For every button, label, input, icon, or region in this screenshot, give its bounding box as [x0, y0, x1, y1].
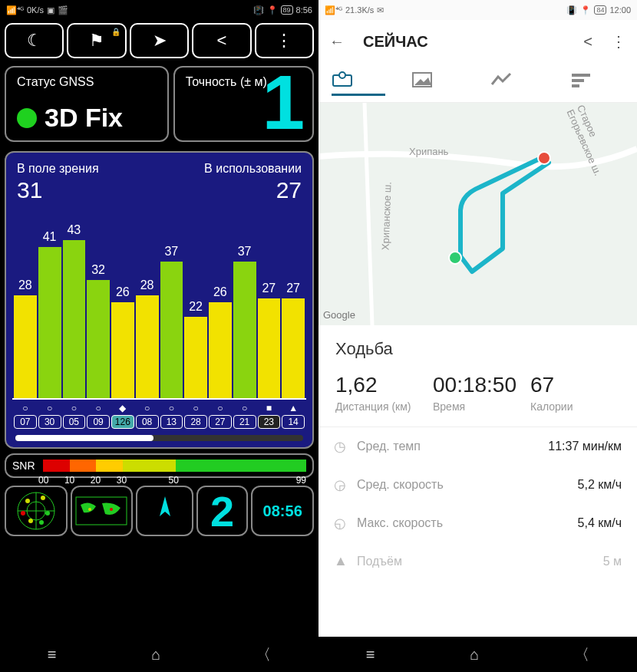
home-icon[interactable]: ⌂	[151, 646, 160, 664]
route-map[interactable]: Хрипань Хрипанское ш. Старое Егорьевское…	[318, 103, 637, 325]
stat-calories: 67 Калории	[530, 373, 620, 413]
svg-rect-19	[572, 79, 584, 82]
snr-tick: 30	[117, 475, 169, 486]
app-header: ← СЕЙЧАС < ⋮	[318, 20, 637, 63]
home-icon[interactable]: ⌂	[470, 646, 479, 664]
time-value: 00:18:50	[433, 373, 523, 397]
nav-arrow-button[interactable]: ➤	[130, 23, 189, 58]
clock-value: 08:56	[263, 502, 302, 520]
time-label: Время	[433, 400, 523, 413]
sat-count-button[interactable]: 2	[196, 486, 249, 536]
snr-ticks: 001020305099	[38, 475, 306, 486]
toolbar: ☾ ⚑🔒 ➤ < ⋮	[0, 20, 318, 61]
elevation-label: Подъём	[357, 555, 603, 568]
back-icon[interactable]: 〈	[574, 644, 589, 665]
snr-bar: 27	[258, 298, 281, 398]
svg-point-11	[88, 508, 91, 511]
recent-apps-icon[interactable]: ≡	[48, 646, 57, 664]
snr-tick: 99	[296, 475, 306, 486]
snr-gradient-bar	[43, 460, 306, 472]
vibrate-icon: 📳	[566, 5, 577, 15]
menu-button[interactable]: ⋮	[255, 23, 314, 58]
image-icon	[411, 71, 433, 88]
calories-value: 67	[530, 373, 620, 397]
battery-icon: 89	[281, 5, 293, 15]
clock: 12:00	[609, 5, 631, 15]
map-place-label: Хрипань	[409, 146, 448, 157]
signal-icon: 📶⁴ᴳ	[6, 5, 24, 15]
snr-bar: 28	[136, 295, 159, 398]
stats-row: 1,62 Дистанция (км) 00:18:50 Время 67 Ка…	[318, 364, 637, 419]
snr-legend-panel: SNR 001020305099	[5, 453, 314, 478]
tab-details[interactable]	[570, 72, 624, 94]
tab-chart[interactable]	[490, 72, 544, 94]
back-icon[interactable]: 〈	[256, 644, 271, 665]
accuracy-card[interactable]: Точность (± м) 1	[173, 66, 314, 142]
snr-bar: 28	[14, 295, 37, 398]
back-arrow-icon[interactable]: ←	[329, 33, 345, 51]
netspeed: 21.3K/s	[345, 5, 374, 15]
svg-marker-13	[160, 496, 170, 516]
worldmap-icon	[74, 496, 128, 526]
maxspeed-label: Макс. скорость	[357, 516, 578, 530]
status-bar-right: 📶⁴ᴳ 21.3K/s ✉ 📳 📍 84 12:00	[318, 0, 637, 20]
pace-icon: ◷	[334, 438, 357, 455]
snr-bar: 32	[87, 280, 110, 398]
mail-icon: ✉	[377, 5, 384, 15]
clock-button[interactable]: 08:56	[251, 486, 314, 536]
avgspeed-label: Сред. скорость	[357, 478, 578, 492]
snr-bar: 43	[63, 240, 86, 398]
chart-scrollbar[interactable]	[15, 435, 303, 441]
snr-bar: 27	[282, 298, 305, 398]
status-dot-icon	[17, 108, 37, 128]
snr-bar: 22	[184, 317, 207, 398]
constellation-symbols: ○○○○◆○○○○○■▲	[12, 403, 306, 413]
snr-bar: 37	[233, 262, 256, 398]
clapper-icon: 🎬	[58, 5, 68, 15]
snr-tick: 20	[91, 475, 117, 486]
worldmap-button[interactable]	[71, 486, 134, 536]
gnss-status-card[interactable]: Статус GNSS 3D Fix	[5, 66, 169, 142]
location-icon: 📍	[580, 5, 591, 15]
netspeed: 0K/s	[27, 5, 44, 15]
night-mode-button[interactable]: ☾	[5, 23, 64, 58]
recent-apps-icon[interactable]: ≡	[366, 646, 375, 664]
elevation-value: 5 м	[603, 555, 622, 568]
tab-bar	[318, 63, 637, 103]
share-button[interactable]: <	[192, 23, 251, 58]
page-title: СЕЙЧАС	[363, 33, 565, 51]
location-icon: 📍	[267, 5, 278, 15]
status-bar-left: 📶⁴ᴳ 0K/s ▣ 🎬 📳 📍 89 8:56	[0, 0, 318, 20]
snr-bar: 26	[209, 302, 232, 398]
in-view-label: В поле зрения	[17, 162, 99, 176]
satellite-chart-panel: В поле зрения В использовании 31 27 2841…	[5, 151, 314, 449]
maxspeed-icon: ◵	[334, 515, 357, 532]
distance-label: Дистанция (км)	[335, 400, 425, 413]
pace-label: Сред. темп	[357, 440, 548, 453]
skyview-button[interactable]	[5, 486, 68, 536]
svg-point-5	[41, 496, 45, 500]
signal-icon: 📶⁴ᴳ	[325, 5, 342, 15]
svg-marker-17	[414, 77, 431, 85]
satellite-ids: 0730050912608132827212314	[12, 415, 306, 429]
maxspeed-value: 5,4 км/ч	[578, 516, 622, 530]
phone-fitness: 📶⁴ᴳ 21.3K/s ✉ 📳 📍 84 12:00 ← СЕЙЧАС < ⋮	[318, 0, 637, 672]
image-icon: ▣	[47, 5, 54, 15]
compass-button[interactable]	[136, 486, 193, 536]
tab-photos[interactable]	[411, 71, 465, 94]
list-item-elevation: ▲ Подъём 5 м	[318, 542, 637, 580]
speed-icon: ◶	[334, 476, 357, 493]
list-item-avgspeed: ◶ Сред. скорость 5,2 км/ч	[318, 466, 637, 504]
share-icon[interactable]: <	[583, 33, 592, 51]
in-view-count: 31	[17, 177, 42, 203]
snr-tick: 10	[64, 475, 91, 486]
overflow-menu-icon[interactable]: ⋮	[611, 32, 626, 51]
accuracy-value: 1	[262, 58, 305, 147]
svg-rect-20	[572, 84, 579, 87]
tab-map[interactable]	[332, 69, 385, 96]
pace-value: 11:37 мин/км	[548, 440, 622, 453]
gnss-status-label: Статус GNSS	[17, 75, 157, 89]
svg-rect-18	[572, 74, 590, 77]
svg-point-22	[449, 252, 461, 264]
flag-button[interactable]: ⚑🔒	[67, 23, 126, 58]
